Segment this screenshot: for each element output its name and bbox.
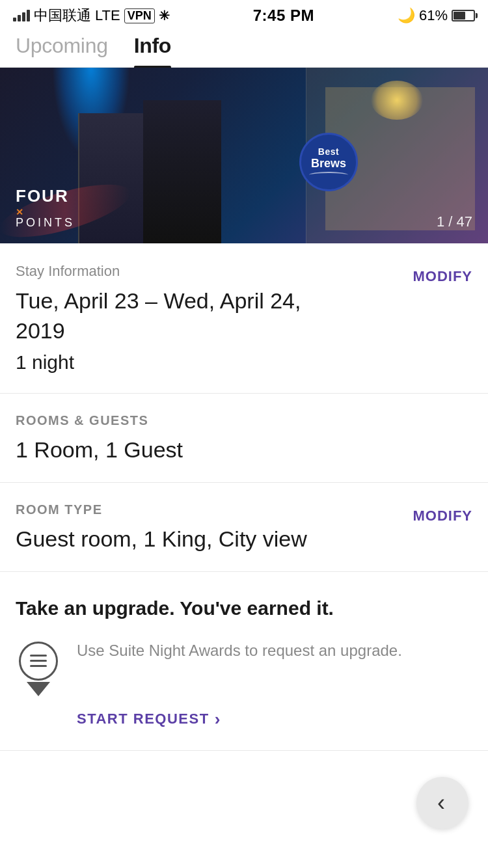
hotel-image: Best Brews FOUR✕ POINTS 1 / 47 [0, 68, 488, 243]
status-right: 🌙 61% [398, 7, 475, 24]
room-type-modify-button[interactable]: MODIFY [413, 508, 472, 524]
status-bar: 中国联通 LTE VPN ✳ 7:45 PM 🌙 61% [0, 0, 488, 29]
stay-modify-button[interactable]: MODIFY [413, 268, 472, 285]
start-request-button[interactable]: START REQUEST › [77, 709, 472, 729]
upgrade-title: Take an upgrade. You've earned it. [16, 595, 472, 621]
award-line-2 [30, 660, 47, 662]
back-chevron-icon: ‹ [437, 789, 445, 817]
room-type-label: ROOM TYPE [16, 502, 472, 517]
tab-info[interactable]: Info [134, 34, 171, 67]
upgrade-body: Use Suite Night Awards to request an upg… [16, 639, 472, 694]
tab-bar: Upcoming Info [0, 29, 488, 68]
start-request-label: START REQUEST [77, 711, 210, 727]
award-circle [19, 642, 58, 681]
award-lines [30, 655, 47, 667]
tab-upcoming[interactable]: Upcoming [16, 34, 108, 67]
room-type-value: Guest room, 1 King, City view [16, 526, 354, 552]
sign-best-text: Best [318, 146, 339, 157]
best-brews-sign: Best Brews [299, 133, 358, 191]
four-points-logo: FOUR✕ POINTS [16, 186, 75, 230]
status-time: 7:45 PM [253, 7, 314, 25]
award-line-3 [30, 665, 47, 667]
sign-brews-text: Brews [311, 157, 346, 170]
stay-dates: Tue, April 23 – Wed, April 24, 2019 [16, 286, 354, 346]
rooms-guests-section: ROOMS & GUESTS 1 Room, 1 Guest [0, 394, 488, 483]
carrier-label: 中国联通 [34, 6, 91, 25]
upgrade-description: Use Suite Night Awards to request an upg… [77, 639, 472, 662]
battery-percent: 61% [419, 7, 448, 24]
award-line-1 [30, 655, 47, 657]
stay-info-label: Stay Information [16, 263, 472, 280]
rooms-guests-value: 1 Room, 1 Guest [16, 437, 472, 463]
vpn-label: VPN [124, 8, 155, 23]
sign-arc [309, 172, 348, 178]
moon-icon: 🌙 [398, 7, 415, 24]
building-facade [143, 100, 221, 243]
image-counter: 1 / 47 [437, 213, 472, 230]
room-type-section: ROOM TYPE Guest room, 1 King, City view … [0, 483, 488, 572]
loading-icon: ✳ [159, 8, 170, 23]
ribbon-right [38, 682, 50, 696]
signal-icon [13, 10, 30, 21]
upgrade-section: Take an upgrade. You've earned it. Use S… [0, 572, 488, 751]
stay-information-section: Stay Information Tue, April 23 – Wed, Ap… [0, 243, 488, 394]
stay-nights: 1 night [16, 351, 472, 373]
chevron-right-icon: › [215, 709, 221, 729]
back-button[interactable]: ‹ [416, 777, 468, 829]
battery-icon [452, 10, 475, 21]
status-left: 中国联通 LTE VPN ✳ [13, 6, 170, 25]
ribbon-left [27, 682, 38, 696]
network-label: LTE [95, 7, 120, 24]
rooms-guests-label: ROOMS & GUESTS [16, 413, 472, 428]
chandelier [371, 81, 423, 120]
award-icon [16, 642, 61, 694]
